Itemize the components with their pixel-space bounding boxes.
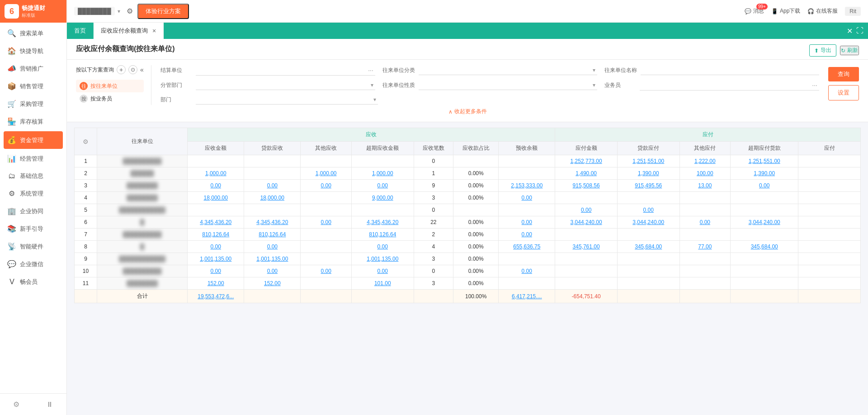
table-cell[interactable]: 1,251,551.00 [617, 155, 679, 167]
dept-select[interactable]: ▾ [196, 81, 375, 90]
table-cell[interactable]: 0.00 [679, 216, 731, 229]
table-cell[interactable]: 655,636.75 [499, 241, 555, 253]
table-cell[interactable]: 1,001,135.00 [244, 253, 301, 265]
table-cell[interactable]: 0.00 [244, 241, 301, 253]
table-cell[interactable]: 810,126.64 [244, 229, 301, 241]
table-cell[interactable]: 1,000.00 [351, 167, 414, 180]
table-cell[interactable]: 810,126.64 [351, 229, 414, 241]
table-cell[interactable]: 1,001,135.00 [351, 253, 414, 265]
table-cell[interactable]: 0.00 [244, 265, 301, 277]
total-prepaid[interactable]: 6,417,215.... [499, 290, 555, 303]
export-button[interactable]: ⬆ 导出 [809, 44, 836, 57]
table-cell[interactable]: 345,761.00 [555, 241, 618, 253]
sidebar-item-system[interactable]: ⚙ 系统管理 [0, 185, 66, 202]
gear-icon[interactable]: ⚙ [127, 7, 133, 15]
total-ar-amount[interactable]: 19,553,472,6... [188, 290, 244, 303]
collapse-sidebar-icon[interactable]: ⏸ [43, 398, 56, 411]
table-cell[interactable]: 0.00 [188, 265, 244, 277]
unit-name-input[interactable] [641, 66, 819, 75]
table-cell[interactable]: 1,000.00 [188, 167, 244, 180]
tab-query[interactable]: 应收应付余额查询 × [94, 23, 164, 39]
table-cell[interactable]: 0.00 [188, 241, 244, 253]
add-scheme-button[interactable]: + [117, 65, 126, 74]
table-cell[interactable]: 810,126.64 [188, 229, 244, 241]
chevron-down-icon[interactable]: ▾ [118, 8, 120, 14]
sidebar-item-capital[interactable]: 💰 资金管理 [4, 131, 63, 149]
sidebar-item-purchase[interactable]: 🛒 采购管理 [0, 95, 66, 113]
table-cell[interactable]: 0.00 [499, 216, 555, 229]
collapse-more-button[interactable]: ∧ 收起更多条件 [76, 105, 859, 118]
unit-nature-field[interactable] [420, 82, 593, 88]
table-cell[interactable]: 101.00 [351, 277, 414, 290]
settlement-unit-input[interactable]: ··· [196, 65, 375, 76]
table-cell[interactable]: 1,000.00 [301, 167, 352, 180]
sidebar-item-guide[interactable]: 📚 新手引导 [0, 220, 66, 238]
table-cell[interactable]: 0.00 [731, 180, 798, 192]
promotion-button[interactable]: 体验行业方案 [137, 4, 189, 19]
unit-category-field[interactable] [420, 67, 593, 73]
table-cell[interactable]: 4,345,436.20 [351, 216, 414, 229]
table-cell[interactable]: 0.00 [301, 265, 352, 277]
unit-nature-select[interactable]: ▾ [419, 81, 597, 90]
table-cell[interactable]: 1,390.00 [617, 167, 679, 180]
app-download-button[interactable]: 📱 App下载 [771, 7, 800, 15]
table-cell[interactable]: 3,044,240.00 [731, 216, 798, 229]
table-cell[interactable]: 0.00 [301, 180, 352, 192]
table-cell[interactable]: 1,390.00 [731, 167, 798, 180]
table-cell[interactable]: 1,001,135.00 [188, 253, 244, 265]
maximize-button[interactable]: ⛶ [856, 27, 863, 35]
settlement-unit-field[interactable] [198, 67, 368, 73]
salesperson-input[interactable]: ··· [640, 80, 819, 91]
sidebar-item-inventory[interactable]: 🏪 库存核算 [0, 113, 66, 130]
table-cell[interactable]: 13.00 [679, 180, 731, 192]
message-button[interactable]: 💬 消息 99+ [745, 7, 764, 15]
table-cell[interactable]: 0.00 [499, 229, 555, 241]
table-cell[interactable]: 915,495.56 [617, 180, 679, 192]
table-cell[interactable]: 0.00 [351, 241, 414, 253]
table-cell[interactable]: 0.00 [351, 180, 414, 192]
close-window-button[interactable]: ✕ [847, 27, 853, 35]
sidebar-item-operation[interactable]: 📊 经营管理 [0, 150, 66, 167]
user-avatar[interactable]: Rit [845, 7, 861, 16]
refresh-button[interactable]: ↻ 刷新 [840, 46, 859, 55]
sidebar-item-corp[interactable]: 🏢 企业协同 [0, 202, 66, 220]
tab-close-icon[interactable]: × [152, 27, 156, 34]
table-cell[interactable]: 0.00 [617, 204, 679, 216]
sidebar-item-member[interactable]: Ⅴ 畅会员 [0, 273, 66, 291]
table-cell[interactable]: 18,000.00 [188, 192, 244, 204]
sidebar-item-basic[interactable]: 🗂 基础信息 [0, 167, 66, 185]
table-cell[interactable]: 0.00 [244, 180, 301, 192]
sidebar-item-wechat[interactable]: 💬 企业微信 [0, 255, 66, 273]
table-cell[interactable]: 0.00 [499, 265, 555, 277]
table-cell[interactable]: 1,490.00 [555, 167, 618, 180]
settings-col-header[interactable]: ⚙ [75, 128, 97, 155]
table-cell[interactable]: 2,153,333.00 [499, 180, 555, 192]
set-button[interactable]: 设置 [828, 85, 859, 100]
unit-category-select[interactable]: ▾ [419, 66, 597, 75]
table-cell[interactable]: 77.00 [679, 241, 731, 253]
sidebar-item-hardware[interactable]: 📡 智能硬件 [0, 238, 66, 255]
table-cell[interactable]: 0.00 [301, 216, 352, 229]
table-settings-icon[interactable]: ⚙ [83, 138, 89, 145]
table-cell[interactable]: 9,000.00 [351, 192, 414, 204]
query-button[interactable]: 查询 [828, 67, 859, 81]
table-area[interactable]: ⚙ 往来单位 应收 应付 应收金额 贷款应收 其他应收 超期应收金额 应收笔数 … [67, 122, 868, 415]
dept-field[interactable] [198, 82, 371, 88]
department-select[interactable]: ▾ [196, 95, 378, 105]
table-cell[interactable]: 100.00 [679, 167, 731, 180]
salesperson-field[interactable] [642, 82, 812, 88]
table-cell[interactable]: 0.00 [499, 192, 555, 204]
sidebar-item-marketing[interactable]: 📣 营销推广 [0, 60, 66, 77]
table-cell[interactable]: 3,044,240.00 [555, 216, 618, 229]
table-cell[interactable]: 0.00 [555, 204, 618, 216]
settings-bottom-icon[interactable]: ⚙ [10, 397, 22, 411]
sidebar-item-sales[interactable]: 📦 销售管理 [0, 77, 66, 95]
table-cell[interactable]: 152.00 [244, 277, 301, 290]
company-selector[interactable]: ████████ ▾ [74, 7, 120, 15]
service-button[interactable]: 🎧 在线客服 [807, 7, 838, 15]
table-cell[interactable]: 4,345,436.20 [244, 216, 301, 229]
table-cell[interactable]: 915,508.56 [555, 180, 618, 192]
scheme-settings-button[interactable]: ⊙ [128, 65, 137, 74]
table-cell[interactable]: 152.00 [188, 277, 244, 290]
table-cell[interactable]: 1,222.00 [679, 155, 731, 167]
